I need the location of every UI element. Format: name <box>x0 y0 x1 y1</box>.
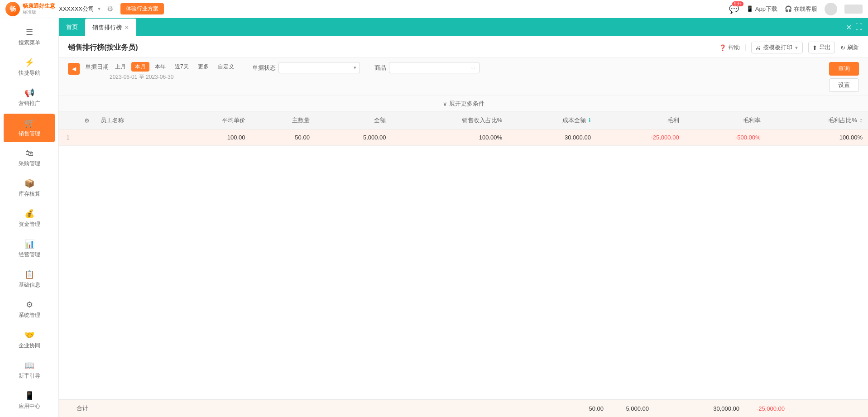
th-sales-pct: 销售收入占比% <box>391 112 508 129</box>
sidebar-item-beginner[interactable]: 📖 新手引导 <box>4 356 55 384</box>
th-amount: 全额 <box>315 112 392 129</box>
filter-collapse-icon: ◀ <box>72 66 76 72</box>
goods-more-icon[interactable]: ··· <box>470 64 475 71</box>
trial-btn[interactable]: 体验行业方案 <box>120 3 164 14</box>
sidebar-item-quick-nav[interactable]: ⚡ 快捷导航 <box>4 53 55 81</box>
sidebar-item-purchase[interactable]: 🛍 采购管理 <box>4 144 55 172</box>
td-gross-pct: 100.00% <box>766 129 868 146</box>
sidebar-item-enterprise[interactable]: 🤝 企业协同 <box>4 326 55 354</box>
th-rank <box>59 112 77 129</box>
logo-text: 畅康通好生意 标准版 <box>23 3 55 14</box>
app-download-icon: 📱 <box>746 5 753 12</box>
page-actions: ❓ 帮助 🖨 按模板打印 ▼ ⬆ 导出 ↻ 刷新 <box>719 42 859 53</box>
th-gross: 毛利 <box>596 112 685 129</box>
sidebar: ☰ 搜索菜单 ⚡ 快捷导航 📢 营销推广 🛒 销售管理 🛍 采购管理 📦 库存核… <box>0 18 59 417</box>
filter-collapse-btn[interactable]: ◀ <box>68 63 80 75</box>
print-chevron-icon: ▼ <box>794 45 799 50</box>
date-tab-custom[interactable]: 自定义 <box>214 62 238 72</box>
date-tabs: 上月 本月 本年 近7天 更多 自定义 <box>111 62 238 72</box>
td-avg-price: 100.00 <box>173 129 251 146</box>
td-gross-rate: -500.00% <box>685 129 766 146</box>
filter-bar: ◀ 单据日期 上月 本月 本年 近7天 更多 自定义 <box>59 58 868 96</box>
date-range-display: 2023-06-01 至 2023-06-30 <box>85 73 238 81</box>
footer-amount: 5,000.00 <box>609 405 654 412</box>
goods-filter-group: 商品 ··· <box>374 62 480 73</box>
expand-down-icon: ∨ <box>443 101 447 107</box>
export-btn[interactable]: ⬆ 导出 <box>808 42 835 53</box>
th-name: 员工名称 <box>95 112 173 129</box>
avatar[interactable] <box>825 3 837 15</box>
top-bar-right: 💬 99+ 📱 App下载 🎧 在线客服 <box>729 3 863 15</box>
print-icon: 🖨 <box>755 44 761 51</box>
footer-cost: 30,000.00 <box>700 405 745 412</box>
headset-icon: 🎧 <box>785 5 792 12</box>
sidebar-item-sales-mgmt[interactable]: 🛒 销售管理 <box>4 114 55 142</box>
date-tab-7days[interactable]: 近7天 <box>171 62 192 72</box>
company-chevron-icon: ▼ <box>97 6 101 11</box>
status-label: 单据状态 <box>252 64 276 72</box>
td-gross: -25,000.00 <box>596 129 685 146</box>
status-select-wrap: ▼ <box>278 62 360 73</box>
settings-gear-icon[interactable]: ⚙ <box>107 5 113 13</box>
tab-close-icon[interactable]: ✕ <box>125 24 129 31</box>
page-header: 销售排行榜(按业务员) ❓ 帮助 🖨 按模板打印 ▼ ⬆ 导出 <box>59 36 868 58</box>
setting-btn[interactable]: 设置 <box>829 78 859 92</box>
sidebar-item-system[interactable]: ⚙ 系统管理 <box>4 295 55 324</box>
table-wrap: ⚙ 员工名称 平均单价 主数量 全额 销售收入占比% 成本全额 ℹ 毛利 毛利率 <box>59 112 868 399</box>
app-download-item[interactable]: 📱 App下载 <box>746 5 777 13</box>
export-icon: ⬆ <box>812 44 817 51</box>
sidebar-item-finance[interactable]: 💰 资金管理 <box>4 204 55 233</box>
finance-icon: 💰 <box>24 209 34 219</box>
tab-bar: 首页 销售排行榜 ✕ ✕ ⛶ <box>59 18 868 36</box>
goods-input[interactable] <box>393 64 470 71</box>
table-body: 1 100.00 50.00 5,000.00 100.00% 30,000.0… <box>59 129 868 146</box>
date-tab-more[interactable]: 更多 <box>194 62 212 72</box>
sidebar-item-basic-info[interactable]: 📋 基础信息 <box>4 265 55 293</box>
filter-expand-row: ∨ 展开更多条件 <box>59 96 868 112</box>
sales-icon: 🛒 <box>24 118 34 128</box>
app-center-icon: 📱 <box>24 391 34 401</box>
marketing-icon: 📢 <box>24 88 34 98</box>
sidebar-item-operations[interactable]: 📊 经营管理 <box>4 235 55 263</box>
td-name <box>95 129 173 146</box>
th-gear[interactable]: ⚙ <box>77 112 95 129</box>
logo-icon: 畅 <box>5 2 20 16</box>
template-print-btn[interactable]: 🖨 按模板打印 ▼ <box>751 42 803 53</box>
logo-area[interactable]: 畅 畅康通好生意 标准版 <box>5 2 55 16</box>
page-title: 销售排行榜(按业务员) <box>68 43 138 53</box>
date-tab-this-month[interactable]: 本月 <box>131 62 149 72</box>
page-content: 销售排行榜(按业务员) ❓ 帮助 🖨 按模板打印 ▼ ⬆ 导出 <box>59 36 868 417</box>
date-tab-last-month[interactable]: 上月 <box>111 62 129 72</box>
company-selector[interactable]: XXXXXX公司 ▼ <box>59 5 101 13</box>
tab-maximize-icon[interactable]: ⛶ <box>855 23 863 31</box>
gross-pct-sort-icon[interactable]: ↕ <box>860 117 863 124</box>
td-amount: 5,000.00 <box>315 129 392 146</box>
sidebar-item-marketing[interactable]: 📢 营销推广 <box>4 83 55 112</box>
content-area: 首页 销售排行榜 ✕ ✕ ⛶ 销售排行榜(按业务员) ❓ 帮助 <box>59 18 868 417</box>
date-label: 单据日期 <box>85 63 109 71</box>
header-row: ⚙ 员工名称 平均单价 主数量 全额 销售收入占比% 成本全额 ℹ 毛利 毛利率 <box>59 112 868 129</box>
operations-icon: 📊 <box>24 239 34 249</box>
help-icon: ❓ <box>719 44 726 51</box>
th-gross-pct: 毛利占比% ↕ <box>766 112 868 129</box>
message-icon[interactable]: 💬 99+ <box>729 4 739 14</box>
online-support-item[interactable]: 🎧 在线客服 <box>785 5 817 13</box>
td-qty: 50.00 <box>251 129 315 146</box>
sidebar-item-search-orders[interactable]: ☰ 搜索菜单 <box>4 23 55 51</box>
query-btn[interactable]: 查询 <box>829 62 859 76</box>
tab-close-window-icon[interactable]: ✕ <box>846 23 852 32</box>
th-avg-price: 平均单价 <box>173 112 251 129</box>
cost-info-icon[interactable]: ℹ <box>589 117 591 124</box>
user-name-placeholder <box>844 5 863 14</box>
help-btn[interactable]: ❓ 帮助 <box>719 43 740 52</box>
tab-sales-rank[interactable]: 销售排行榜 ✕ <box>85 19 136 37</box>
date-tab-this-year[interactable]: 本年 <box>151 62 169 72</box>
th-gross-rate: 毛利率 <box>685 112 766 129</box>
refresh-btn[interactable]: ↻ 刷新 <box>840 43 859 52</box>
sidebar-item-inventory[interactable]: 📦 库存核算 <box>4 174 55 202</box>
sidebar-item-app-center[interactable]: 📱 应用中心 <box>4 386 55 415</box>
td-gear <box>77 129 95 146</box>
status-select[interactable] <box>278 62 360 73</box>
tab-home[interactable]: 首页 <box>59 18 85 36</box>
expand-more-btn[interactable]: ∨ 展开更多条件 <box>443 100 484 108</box>
